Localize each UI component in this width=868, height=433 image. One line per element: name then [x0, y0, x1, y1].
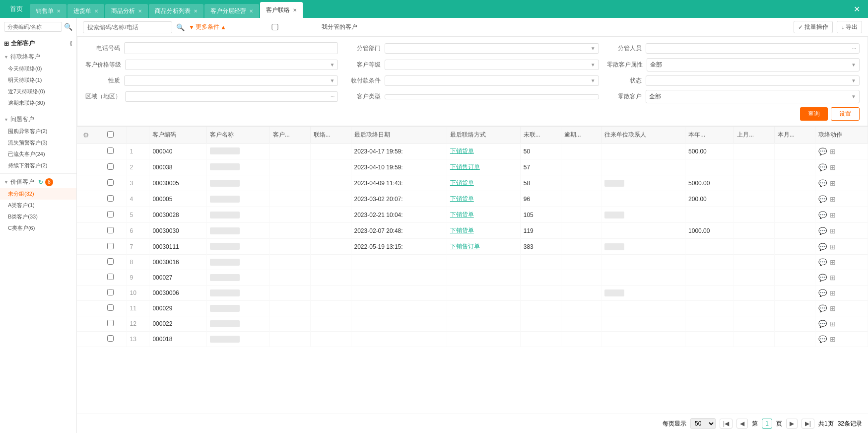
close-customer-contact-tab[interactable]: ✕ [293, 7, 297, 13]
row-checkbox[interactable] [107, 335, 114, 342]
grid-action-icon[interactable]: ⊞ [830, 243, 836, 251]
chat-icon[interactable]: 💬 [818, 335, 827, 343]
settings-icon[interactable]: ⚙ [83, 131, 89, 139]
chat-icon[interactable]: 💬 [818, 227, 827, 235]
close-customer-segment-tab[interactable]: ✕ [249, 8, 253, 14]
nav-tab-sales[interactable]: 销售单 ✕ [30, 4, 67, 18]
contact-method-link[interactable]: 下销货单 [450, 211, 474, 218]
th-no-contact[interactable]: 未联... [520, 127, 561, 144]
grid-action-icon[interactable]: ⊞ [830, 289, 836, 297]
row-checkbox[interactable] [107, 211, 114, 217]
search-input[interactable] [83, 21, 172, 33]
chat-icon[interactable]: 💬 [818, 179, 827, 187]
all-customers-header[interactable]: ⊞ 全部客户 ⟪ [0, 36, 76, 51]
contact-method-link[interactable]: 下销售订单 [450, 163, 480, 170]
first-page-btn[interactable]: |◀ [720, 419, 733, 429]
refresh-icon[interactable]: ↻ [38, 179, 43, 186]
region-select[interactable]: ··· [125, 91, 338, 102]
close-purchase-tab[interactable]: ✕ [94, 8, 98, 14]
problem-group-label[interactable]: ▼ 问题客户 [0, 113, 76, 126]
row-checkbox[interactable] [107, 147, 114, 154]
row-checkbox[interactable] [107, 304, 114, 311]
chat-icon[interactable]: 💬 [818, 320, 827, 328]
grid-action-icon[interactable]: ⊞ [830, 163, 836, 171]
nav-tab-purchase[interactable]: 进货单 ✕ [67, 4, 104, 18]
current-page[interactable]: 1 [762, 419, 772, 429]
th-overdue[interactable]: 逾期... [561, 127, 601, 144]
th-name[interactable]: 客户名称 [206, 127, 269, 144]
close-all-btn[interactable]: ✕ [850, 4, 864, 14]
sidebar-search-icon[interactable]: 🔍 [64, 23, 72, 31]
prev-page-btn[interactable]: ◀ [736, 419, 748, 429]
contact-method-link[interactable]: 下销货单 [450, 195, 474, 202]
chat-icon[interactable]: 💬 [818, 289, 827, 297]
chat-icon[interactable]: 💬 [818, 304, 827, 312]
th-this-month[interactable]: 本月... [774, 127, 815, 144]
nav-tab-product-list[interactable]: 商品分析列表 ✕ [149, 4, 203, 18]
row-checkbox[interactable] [107, 258, 114, 265]
chat-icon[interactable]: 💬 [818, 243, 827, 251]
th-contact[interactable]: 联络... [310, 127, 351, 144]
grid-action-icon[interactable]: ⊞ [830, 320, 836, 328]
row-checkbox[interactable] [107, 320, 114, 326]
last-page-btn[interactable]: ▶| [801, 419, 814, 429]
sidebar-item-declining[interactable]: 持续下滑客户(2) [0, 160, 76, 171]
contact-method-link[interactable]: 下销货单 [450, 179, 474, 186]
gender-select[interactable]: ▼ [124, 75, 338, 86]
th-unit-contact[interactable]: 往来单位联系人 [601, 127, 685, 144]
nav-tab-customer-segment[interactable]: 客户分层经营 ✕ [204, 4, 259, 18]
th-last-contact-date[interactable]: 最后联络日期 [351, 127, 447, 144]
sidebar-item-class-c[interactable]: C类客户(6) [0, 222, 76, 234]
contact-method-link[interactable]: 下销售订单 [450, 243, 480, 250]
per-page-select[interactable]: 50 20 100 [690, 418, 716, 429]
more-conditions-btn[interactable]: ▼ 更多条件 ▲ [189, 23, 226, 31]
row-checkbox[interactable] [107, 227, 114, 233]
select-all-checkbox[interactable] [107, 131, 114, 138]
query-btn[interactable]: 查询 [800, 107, 828, 121]
status-select[interactable]: ▼ [646, 75, 860, 86]
close-product-list-tab[interactable]: ✕ [194, 8, 198, 14]
th-code[interactable]: 客户编码 [149, 127, 207, 144]
my-customers-checkbox[interactable] [230, 24, 320, 30]
customer-type-select[interactable] [385, 94, 599, 99]
chat-icon[interactable]: 💬 [818, 274, 827, 282]
next-page-btn[interactable]: ▶ [786, 419, 798, 429]
sidebar-search-input[interactable] [4, 22, 62, 32]
row-checkbox[interactable] [107, 274, 114, 280]
customer-level-select[interactable]: ▼ [385, 60, 599, 70]
sidebar-item-overdue[interactable]: 逾期未联络(30) [0, 97, 76, 109]
price-level-select[interactable]: ▼ [125, 60, 338, 70]
grid-action-icon[interactable]: ⊞ [830, 211, 836, 219]
nav-tab-customer-contact[interactable]: 客户联络 ✕ [260, 2, 303, 18]
my-customers-checkbox-area[interactable]: 我分管的客户 [230, 23, 357, 31]
phone-input[interactable] [124, 42, 338, 54]
th-last-contact-method[interactable]: 最后联络方式 [447, 127, 520, 144]
close-sales-tab[interactable]: ✕ [57, 8, 61, 14]
chat-icon[interactable]: 💬 [818, 147, 827, 155]
row-checkbox[interactable] [107, 195, 114, 202]
grid-action-icon[interactable]: ⊞ [830, 258, 836, 266]
th-type[interactable]: 客户... [269, 127, 310, 144]
row-checkbox[interactable] [107, 243, 114, 249]
grid-action-icon[interactable]: ⊞ [830, 335, 836, 343]
batch-operations-btn[interactable]: ✓ 批量操作 [794, 21, 833, 33]
row-checkbox[interactable] [107, 289, 114, 295]
pending-group-label[interactable]: ▼ 待联络客户 [0, 51, 76, 63]
sidebar-item-tomorrow[interactable]: 明天待联络(1) [0, 74, 76, 86]
grid-action-icon[interactable]: ⊞ [830, 147, 836, 155]
sidebar-item-churned[interactable]: 已流失客户(24) [0, 148, 76, 160]
nav-tab-product-analysis[interactable]: 商品分析 ✕ [105, 4, 148, 18]
value-group-label[interactable]: ▼ 价值客户 ↻ 8 [0, 176, 76, 188]
contact-method-link[interactable]: 下销货单 [450, 147, 474, 154]
contact-method-link[interactable]: 下销货单 [450, 227, 474, 234]
collapse-icon[interactable]: ⟪ [69, 41, 72, 46]
nav-home[interactable]: 首页 [4, 0, 29, 18]
close-product-analysis-tab[interactable]: ✕ [138, 8, 142, 14]
row-checkbox[interactable] [107, 179, 114, 186]
grid-action-icon[interactable]: ⊞ [830, 195, 836, 203]
sidebar-item-churn-warning[interactable]: 流失预警客户(3) [0, 137, 76, 148]
filter-search-icon[interactable]: 🔍 [176, 23, 185, 31]
reset-btn[interactable]: 设置 [831, 107, 860, 121]
manager-select[interactable]: ··· [646, 43, 860, 54]
dept-select[interactable]: ▼ [385, 43, 599, 54]
